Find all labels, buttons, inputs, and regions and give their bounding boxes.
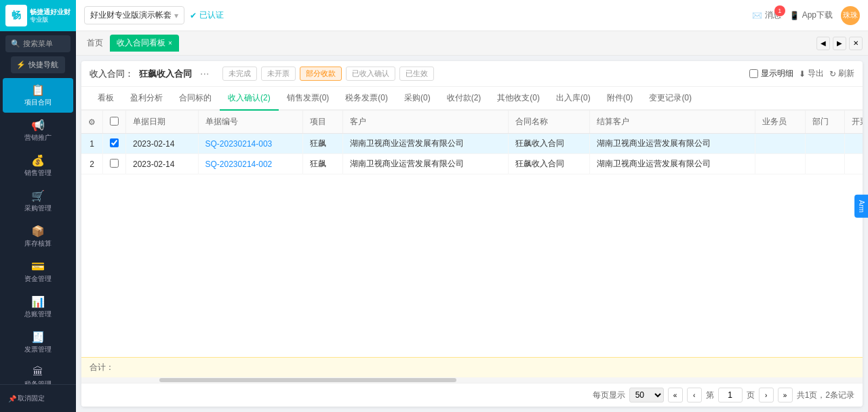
refresh-icon: ↻ bbox=[829, 69, 836, 79]
topbar: 好业财专业版演示帐套 ▾ ✔ 已认证 ✉️ 消息 1 📱 App下载 珠珠 bbox=[76, 0, 868, 31]
tab-purchase[interactable]: 采购(0) bbox=[396, 87, 439, 111]
tab-payment[interactable]: 收付款(2) bbox=[439, 87, 490, 111]
message-button[interactable]: ✉️ 消息 1 bbox=[752, 10, 781, 21]
row-2-customer: 湖南卫视商业运营发展有限公司 bbox=[342, 154, 508, 174]
contract-title-name: 狂飙收入合同 bbox=[139, 68, 192, 80]
tab-tax-invoice[interactable]: 税务发票(0) bbox=[337, 87, 396, 111]
more-actions-button[interactable]: ··· bbox=[197, 68, 212, 80]
row-2-select[interactable] bbox=[110, 159, 119, 168]
user-profile[interactable]: 珠珠 bbox=[841, 6, 860, 25]
invoice-icon: 🧾 bbox=[31, 331, 45, 343]
sidebar-item-project-contract[interactable]: 📋 项目合同 bbox=[3, 78, 73, 113]
select-all-checkbox[interactable] bbox=[110, 117, 119, 126]
mobile-icon: 📱 bbox=[789, 11, 800, 20]
tab-dashboard[interactable]: 看板 bbox=[90, 87, 122, 111]
col-contract-name: 合同名称 bbox=[508, 111, 589, 134]
project-contract-icon: 📋 bbox=[31, 83, 45, 96]
tab-close-button[interactable]: ✕ bbox=[849, 37, 863, 50]
row-2-billing-customer: 湖南卫视商业运营发展有限公司 bbox=[590, 154, 755, 174]
status-effective[interactable]: 已生效 bbox=[399, 67, 434, 81]
page-input[interactable] bbox=[718, 388, 743, 402]
tab-next-button[interactable]: ▶ bbox=[833, 37, 846, 50]
status-uninvoiced[interactable]: 未开票 bbox=[261, 67, 296, 81]
logo-text: 畅捷通好业财 专业版 bbox=[30, 8, 71, 24]
quick-nav-button[interactable]: ⚡ 快捷导航 bbox=[11, 56, 65, 73]
show-detail-input[interactable] bbox=[749, 69, 758, 78]
arm-float-button[interactable]: Arm bbox=[854, 194, 868, 217]
tab-other-income[interactable]: 其他收支(0) bbox=[489, 87, 548, 111]
sidebar-item-invoice[interactable]: 🧾 发票管理 bbox=[3, 325, 73, 360]
row-1-department bbox=[806, 134, 845, 154]
sidebar-nav: 📋 项目合同 📢 营销推广 💰 销售管理 🛒 采购管理 📦 库存核算 💳 资金管… bbox=[0, 77, 76, 384]
sidebar-item-finance[interactable]: 💳 资金管理 bbox=[3, 255, 73, 289]
tab-contract-subject[interactable]: 合同标的 bbox=[171, 87, 220, 111]
quick-nav-icon: ⚡ bbox=[16, 60, 26, 69]
last-page-button[interactable]: » bbox=[778, 388, 793, 402]
sidebar-item-inventory[interactable]: 📦 库存核算 bbox=[3, 219, 73, 254]
total-label: 合计： bbox=[90, 362, 114, 373]
table-row[interactable]: 2 2023-02-14 SQ-20230214-002 狂飙 湖南卫视商业运营… bbox=[81, 154, 863, 174]
prev-page-button[interactable]: ‹ bbox=[687, 388, 702, 402]
purchase-icon: 🛒 bbox=[31, 189, 45, 202]
home-tab[interactable]: 首页 bbox=[81, 35, 108, 52]
table-row[interactable]: 1 2023-02-14 SQ-20230214-003 狂飙 湖南卫视商业运营… bbox=[81, 134, 863, 154]
sidebar-item-sales[interactable]: 💰 销售管理 bbox=[3, 149, 73, 183]
tab-profit-analysis[interactable]: 盈利分析 bbox=[122, 87, 171, 111]
ledger-icon: 📊 bbox=[31, 295, 45, 308]
export-icon: ⬇ bbox=[799, 69, 806, 79]
inventory-icon: 📦 bbox=[31, 225, 45, 238]
row-2-salesperson bbox=[755, 154, 806, 174]
row-1-select[interactable] bbox=[110, 138, 119, 147]
finance-icon: 💳 bbox=[31, 260, 45, 273]
col-project: 项目 bbox=[303, 111, 342, 134]
horizontal-scrollbar[interactable] bbox=[81, 377, 863, 383]
row-2-contract: 狂飙收入合同 bbox=[508, 154, 589, 174]
row-1-code-link[interactable]: SQ-20230214-003 bbox=[205, 139, 273, 149]
row-1-code: SQ-20230214-003 bbox=[198, 134, 303, 154]
row-2-code-link[interactable]: SQ-20230214-002 bbox=[205, 160, 273, 169]
sidebar: 畅 畅捷通好业财 专业版 🔍 搜索菜单 ⚡ 快捷导航 📋 项目合同 📢 营销推广… bbox=[0, 0, 76, 412]
dropdown-icon: ▾ bbox=[174, 11, 178, 20]
settings-icon[interactable]: ⚙ bbox=[88, 117, 96, 127]
col-settings: ⚙ bbox=[81, 111, 103, 134]
sidebar-item-tax[interactable]: 🏛 税务管理 bbox=[3, 360, 73, 384]
sidebar-item-unpin[interactable]: 📌 取消固定 bbox=[5, 388, 71, 409]
row-2-project: 狂飙 bbox=[303, 154, 342, 174]
status-revenue-confirmed[interactable]: 已收入确认 bbox=[346, 67, 395, 81]
data-table: ⚙ 单据日期 单据编号 项目 bbox=[81, 111, 863, 174]
next-page-button[interactable]: › bbox=[759, 388, 774, 402]
col-code: 单据编号 bbox=[198, 111, 303, 134]
company-selector[interactable]: 好业财专业版演示帐套 ▾ bbox=[84, 6, 184, 24]
status-uncompleted[interactable]: 未完成 bbox=[222, 67, 257, 81]
app-download-button[interactable]: 📱 App下载 bbox=[789, 10, 833, 21]
first-page-button[interactable]: « bbox=[668, 388, 683, 402]
export-button[interactable]: ⬇ 导出 bbox=[799, 68, 824, 79]
sidebar-item-purchase[interactable]: 🛒 采购管理 bbox=[3, 184, 73, 219]
sidebar-bottom: 📌 取消固定 bbox=[0, 384, 76, 412]
sidebar-item-ledger[interactable]: 📊 总账管理 bbox=[3, 290, 73, 324]
table-header-row: ⚙ 单据日期 单据编号 项目 bbox=[81, 111, 863, 134]
tab-revenue-confirm[interactable]: 收入确认(2) bbox=[220, 87, 279, 111]
table-wrapper: ⚙ 单据日期 单据编号 项目 bbox=[81, 111, 863, 357]
col-date: 单据日期 bbox=[126, 111, 199, 134]
tab-prev-button[interactable]: ◀ bbox=[816, 37, 830, 50]
tabbar-nav: ◀ ▶ ✕ bbox=[816, 37, 863, 50]
status-partial-payment[interactable]: 部分收款 bbox=[300, 67, 342, 81]
tab-sales-invoice[interactable]: 销售发票(0) bbox=[279, 87, 338, 111]
per-page-select[interactable]: 10 20 50 100 bbox=[629, 388, 664, 402]
certified-icon: ✔ bbox=[190, 11, 197, 20]
tab-change-log[interactable]: 变更记录(0) bbox=[641, 87, 700, 111]
tab-warehouse[interactable]: 出入库(0) bbox=[548, 87, 599, 111]
show-detail-checkbox[interactable]: 显示明细 bbox=[749, 68, 793, 79]
tab-attachments[interactable]: 附件(0) bbox=[599, 87, 642, 111]
col-invoice-date: 开票日 bbox=[845, 111, 863, 134]
scrollbar-thumb[interactable] bbox=[159, 378, 456, 382]
close-tab-button[interactable]: × bbox=[168, 39, 172, 47]
certified-badge: ✔ 已认证 bbox=[190, 10, 224, 21]
contract-board-tab[interactable]: 收入合同看板 × bbox=[110, 35, 179, 52]
search-icon: 🔍 bbox=[11, 39, 20, 48]
sidebar-item-marketing[interactable]: 📢 营销推广 bbox=[3, 113, 73, 148]
search-menu-button[interactable]: 🔍 搜索菜单 bbox=[5, 35, 71, 52]
refresh-button[interactable]: ↻ 刷新 bbox=[829, 68, 854, 79]
row-1-project: 狂飙 bbox=[303, 134, 342, 154]
